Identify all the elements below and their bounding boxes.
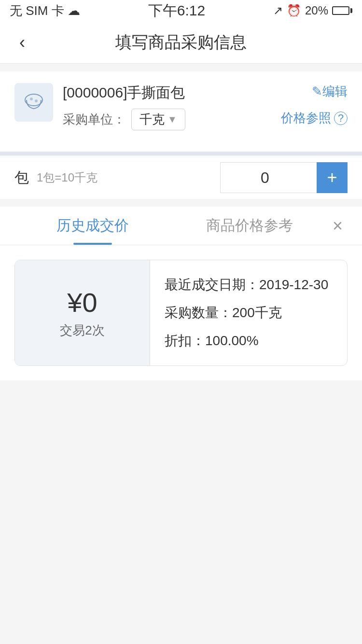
product-section: [0000006]手撕面包 采购单位： 千克 ▼ ✎编辑 价格参照 ?: [0, 71, 362, 152]
history-trade-count: 交易2次: [60, 322, 104, 339]
history-date-row: 最近成交日期：2019-12-30: [165, 275, 333, 295]
tab-reference-label: 商品价格参考: [206, 216, 293, 236]
status-right: ↗ ⏰ 20%: [273, 4, 352, 17]
unit-value: 千克: [139, 111, 165, 128]
discount-value: 100.00%: [205, 333, 259, 348]
discount-label: 折扣：: [165, 333, 205, 348]
edit-button[interactable]: ✎编辑: [312, 83, 348, 100]
page-title: 填写商品采购信息: [115, 31, 247, 54]
tab-history[interactable]: 历史成交价: [14, 207, 171, 245]
history-card: ¥0 交易2次 最近成交日期：2019-12-30 采购数量：200千克 折扣：…: [14, 260, 348, 366]
date-label: 最近成交日期：: [165, 277, 259, 292]
quantity-plus-button[interactable]: +: [317, 162, 348, 193]
history-quantity-row: 采购数量：200千克: [165, 303, 333, 323]
status-time: 下午6:12: [148, 1, 205, 21]
back-button[interactable]: ‹: [14, 28, 30, 57]
sim-label: 无 SIM 卡 ☁: [10, 2, 80, 19]
tab-reference[interactable]: 商品价格参考: [171, 207, 327, 245]
status-left: 无 SIM 卡 ☁: [10, 2, 80, 19]
nav-bar: ‹ 填写商品采购信息: [0, 21, 362, 64]
product-header: [0000006]手撕面包 采购单位： 千克 ▼ ✎编辑 价格参照 ?: [14, 83, 348, 130]
product-unit-row: 采购单位： 千克 ▼: [63, 109, 185, 130]
history-discount-row: 折扣：100.00%: [165, 331, 333, 351]
alarm-icon: ⏰: [287, 4, 301, 17]
bottom-area: [0, 380, 362, 644]
chevron-down-icon: ▼: [167, 114, 177, 125]
tab-history-label: 历史成交价: [56, 216, 129, 236]
history-details-panel: 最近成交日期：2019-12-30 采购数量：200千克 折扣：100.00%: [150, 260, 347, 365]
date-value: 2019-12-30: [259, 277, 328, 292]
quantity-label-group: 包 1包=10千克: [14, 168, 97, 188]
quantity-section: 包 1包=10千克 +: [0, 156, 362, 199]
battery-indicator: [332, 6, 352, 15]
quantity-value: 200千克: [232, 305, 282, 320]
separator: [0, 152, 362, 155]
quantity-unit-icon: 包: [14, 168, 29, 188]
svg-point-2: [35, 99, 38, 102]
help-icon: ?: [334, 112, 348, 125]
unit-selector[interactable]: 千克 ▼: [131, 109, 185, 130]
tabs-section: 历史成交价 商品价格参考 × ¥0 交易2次 最近成交日期：2019-12-30…: [0, 207, 362, 380]
product-name: [0000006]手撕面包: [63, 83, 185, 103]
quantity-label: 采购数量：: [165, 305, 232, 320]
quantity-input-group: +: [220, 162, 348, 193]
quantity-conversion-label: 1包=10千克: [37, 170, 97, 185]
product-left: [0000006]手撕面包 采购单位： 千克 ▼: [14, 83, 185, 130]
product-info: [0000006]手撕面包 采购单位： 千克 ▼: [63, 83, 185, 130]
history-price-panel: ¥0 交易2次: [15, 260, 150, 365]
quantity-input[interactable]: [220, 162, 317, 193]
price-ref-label: 价格参照: [281, 110, 331, 126]
unit-label: 采购单位：: [63, 111, 125, 128]
status-bar: 无 SIM 卡 ☁ 下午6:12 ↗ ⏰ 20%: [0, 0, 362, 21]
history-price-value: ¥0: [67, 287, 97, 318]
tab-active-indicator: [73, 243, 112, 245]
battery-percent: 20%: [305, 4, 328, 17]
tab-content: ¥0 交易2次 最近成交日期：2019-12-30 采购数量：200千克 折扣：…: [0, 245, 362, 380]
price-reference-link[interactable]: 价格参照 ?: [281, 110, 348, 126]
svg-point-1: [30, 98, 33, 100]
tabs-header: 历史成交价 商品价格参考 ×: [0, 207, 362, 245]
close-button[interactable]: ×: [328, 211, 348, 241]
location-icon: ↗: [273, 4, 283, 17]
product-thumbnail: [14, 83, 53, 122]
